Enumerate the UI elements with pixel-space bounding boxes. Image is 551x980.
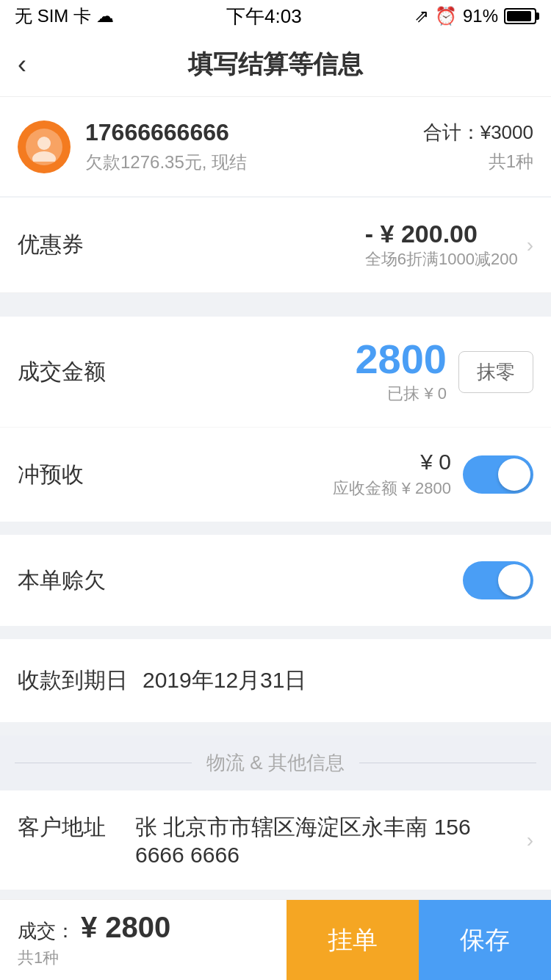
due-date-section: 收款到期日 2019年12月31日 xyxy=(0,639,551,722)
customer-left: 17666666666 欠款1276.35元, 现结 xyxy=(18,119,247,174)
customer-right: 合计：¥3000 共1种 xyxy=(423,120,533,173)
deal-amount-value: 2800 xyxy=(355,339,447,380)
chong-row: 冲预收 ¥ 0 应收金额 ¥ 2800 xyxy=(0,428,551,522)
deal-amount-row: 成交金额 2800 已抹 ¥ 0 抹零 xyxy=(0,317,551,428)
alarm-icon: ⏰ xyxy=(435,6,457,26)
due-date-row[interactable]: 收款到期日 2019年12月31日 xyxy=(0,639,551,722)
bottom-count: 共1种 xyxy=(18,947,269,969)
section-divider-4 xyxy=(0,724,551,735)
hang-button[interactable]: 挂单 xyxy=(287,900,419,981)
customer-phone: 17666666666 xyxy=(85,119,247,146)
bottom-deal-label: 成交： xyxy=(18,918,75,944)
coupon-row[interactable]: 优惠券 - ¥ 200.00 全场6折满1000减200 › xyxy=(0,198,551,293)
chong-toggle-knob xyxy=(498,458,530,491)
status-bar-left: 无 SIM 卡 ☁ xyxy=(15,4,114,28)
section-divider-1 xyxy=(0,305,551,317)
save-button[interactable]: 保存 xyxy=(419,900,551,981)
deal-amount-col: 2800 已抹 ¥ 0 xyxy=(355,339,447,405)
due-date-label: 收款到期日 xyxy=(18,666,128,696)
logistics-divider: 物流 & 其他信息 xyxy=(0,735,551,790)
battery-percent: 91% xyxy=(463,6,498,26)
round-zero-button[interactable]: 抹零 xyxy=(458,351,533,393)
bottom-summary: 成交： ¥ 2800 共1种 xyxy=(0,911,287,969)
section-divider-3 xyxy=(0,627,551,639)
content: 17666666666 欠款1276.35元, 现结 合计：¥3000 共1种 … xyxy=(0,97,551,980)
battery-icon xyxy=(504,8,536,24)
chong-receivable: 应收金额 ¥ 2800 xyxy=(333,478,451,500)
nav-title: 填写结算等信息 xyxy=(188,48,363,82)
back-button[interactable]: ‹ xyxy=(18,49,26,80)
customer-debt: 欠款1276.35元, 现结 xyxy=(85,151,247,174)
logistics-text: 物流 & 其他信息 xyxy=(206,750,345,776)
avatar xyxy=(18,120,71,173)
coupon-chevron-icon: › xyxy=(527,234,533,257)
chong-toggle[interactable] xyxy=(463,455,533,494)
debit-section: 本单赊欠 xyxy=(0,535,551,626)
deal-amount-sub: 已抹 ¥ 0 xyxy=(355,383,447,405)
status-bar-time: 下午4:03 xyxy=(226,4,302,29)
total-count: 共1种 xyxy=(423,150,533,173)
address-label: 客户地址 xyxy=(18,813,106,843)
debit-label: 本单赊欠 xyxy=(18,566,106,596)
coupon-label: 优惠券 xyxy=(18,230,84,260)
customer-info: 17666666666 欠款1276.35元, 现结 xyxy=(85,119,247,174)
chong-amount-col: ¥ 0 应收金额 ¥ 2800 xyxy=(333,450,451,500)
status-bar-right: ⇗ ⏰ 91% xyxy=(414,6,536,26)
nav-bar: ‹ 填写结算等信息 xyxy=(0,32,551,97)
avatar-icon xyxy=(26,129,62,165)
status-bar: 无 SIM 卡 ☁ 下午4:03 ⇗ ⏰ 91% xyxy=(0,0,551,32)
deal-amount-section: 成交金额 2800 已抹 ¥ 0 抹零 冲预收 ¥ 0 应收金额 ¥ 2800 xyxy=(0,317,551,522)
debit-toggle-knob xyxy=(498,564,530,597)
svg-point-1 xyxy=(32,151,56,162)
customer-card: 17666666666 欠款1276.35元, 现结 合计：¥3000 共1种 xyxy=(0,97,551,196)
logistics-line-left xyxy=(15,763,192,763)
chong-label: 冲预收 xyxy=(18,460,84,490)
bottom-deal-amount: ¥ 2800 xyxy=(81,911,170,944)
gps-icon: ⇗ xyxy=(414,6,429,26)
coupon-right: - ¥ 200.00 全场6折满1000减200 › xyxy=(365,220,533,270)
svg-point-0 xyxy=(37,137,51,150)
debit-row: 本单赊欠 xyxy=(0,535,551,626)
debit-toggle[interactable] xyxy=(463,561,533,599)
chong-amount: ¥ 0 xyxy=(333,450,451,475)
coupon-amount: - ¥ 200.00 xyxy=(365,220,518,248)
bottom-bar: 成交： ¥ 2800 共1种 挂单 保存 xyxy=(0,899,551,980)
section-divider-2 xyxy=(0,523,551,535)
deal-amount-label: 成交金额 xyxy=(18,357,106,387)
deal-amount-right: 2800 已抹 ¥ 0 抹零 xyxy=(355,339,533,405)
chong-right: ¥ 0 应收金额 ¥ 2800 xyxy=(333,450,533,500)
due-date-value: 2019年12月31日 xyxy=(143,666,306,696)
coupon-desc: 全场6折满1000减200 xyxy=(365,248,518,270)
total-label: 合计：¥3000 xyxy=(423,120,533,145)
address-row[interactable]: 客户地址 张 北京市市辖区海淀区永丰南 156 6666 6666 › xyxy=(0,790,551,890)
logistics-line-right xyxy=(359,763,536,763)
address-value: 张 北京市市辖区海淀区永丰南 156 6666 6666 xyxy=(120,813,512,868)
address-chevron-icon: › xyxy=(527,829,533,852)
battery-fill xyxy=(507,11,531,21)
sim-label: 无 SIM 卡 ☁ xyxy=(15,4,114,28)
